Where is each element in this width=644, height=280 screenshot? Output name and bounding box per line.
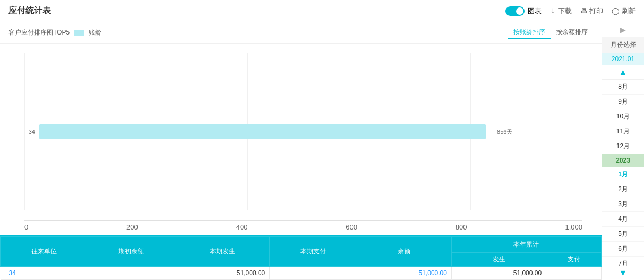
cell-unit[interactable]: 34 bbox=[1, 267, 88, 280]
month-item-8[interactable]: 8月 bbox=[602, 80, 644, 95]
chart-toggle-label: 图表 bbox=[528, 6, 542, 16]
col-header-ytd-occ: 发生 bbox=[451, 253, 546, 267]
table-section: 往来单位 期初余额 本期发生 本期支付 余额 本年累计 发生 支付 bbox=[0, 235, 602, 280]
print-label: 打印 bbox=[589, 6, 603, 16]
download-icon: ⤓ bbox=[550, 7, 556, 15]
bar-y-label-34: 34 bbox=[24, 129, 35, 135]
month-item-1[interactable]: 1月 bbox=[602, 167, 644, 182]
toggle-switch[interactable] bbox=[505, 6, 525, 16]
legend-text: 客户应付排序图TOP5 bbox=[8, 28, 70, 37]
chart-header: 客户应付排序图TOP5 账龄 按账龄排序 按余额排序 bbox=[0, 22, 602, 44]
col-header-unit: 往来单位 bbox=[1, 237, 88, 267]
x-label-600: 600 bbox=[346, 223, 357, 231]
month-item-10[interactable]: 10月 bbox=[602, 109, 644, 124]
legend-box-label: 账龄 bbox=[89, 28, 101, 37]
right-sidebar: ▶ 月份选择 2021.01 ▲ 8月 9月 10月 11月 12月 2023 … bbox=[602, 22, 644, 280]
sort-by-amount-button[interactable]: 按账龄排序 bbox=[508, 27, 551, 39]
month-item-3[interactable]: 3月 bbox=[602, 197, 644, 212]
table-row: 34 51,000.00 51,000.00 51,000.00 bbox=[1, 267, 602, 280]
col-header-ytd-group: 本年累计 bbox=[451, 237, 601, 253]
cell-balance: 51,000.00 bbox=[357, 267, 451, 280]
bar-end-label-34: 856天 bbox=[497, 128, 512, 135]
col-header-opening: 期初余额 bbox=[88, 237, 175, 267]
x-axis: 0 200 400 600 800 1,000 bbox=[24, 220, 582, 231]
sidebar-nav-up-button[interactable]: ▲ bbox=[602, 65, 644, 80]
page-title: 应付统计表 bbox=[8, 5, 51, 16]
x-label-200: 200 bbox=[126, 223, 138, 231]
sidebar-title: 月份选择 bbox=[602, 37, 644, 53]
sidebar-nav-down-button[interactable]: ▼ bbox=[602, 266, 644, 280]
table-header-row: 往来单位 期初余额 本期发生 本期支付 余额 本年累计 bbox=[1, 237, 602, 253]
month-item-4[interactable]: 4月 bbox=[602, 212, 644, 227]
month-item-11[interactable]: 11月 bbox=[602, 124, 644, 139]
print-icon: 🖶 bbox=[580, 7, 587, 15]
cell-ytd-pay bbox=[546, 267, 602, 280]
sidebar-current-month: 2021.01 bbox=[602, 53, 644, 65]
header-actions: 图表 ⤓ 下载 🖶 打印 ◯ 刷新 bbox=[505, 6, 636, 16]
cell-current-occ: 51,000.00 bbox=[175, 267, 270, 280]
chart-body: 34 856天 0 200 400 600 bbox=[0, 44, 602, 235]
table-body: 34 51,000.00 51,000.00 51,000.00 bbox=[1, 267, 602, 280]
grid-line-5 bbox=[582, 53, 582, 210]
x-label-400: 400 bbox=[236, 223, 248, 231]
month-item-5[interactable]: 5月 bbox=[602, 227, 644, 242]
col-header-balance: 余额 bbox=[357, 237, 451, 267]
x-label-800: 800 bbox=[456, 223, 467, 231]
chart-legend: 客户应付排序图TOP5 账龄 bbox=[8, 28, 101, 37]
month-item-12[interactable]: 12月 bbox=[602, 139, 644, 154]
data-table: 往来单位 期初余额 本期发生 本期支付 余额 本年累计 发生 支付 bbox=[0, 236, 602, 280]
toggle-knob bbox=[516, 7, 523, 15]
month-item-6[interactable]: 6月 bbox=[602, 242, 644, 257]
month-item-2[interactable]: 2月 bbox=[602, 182, 644, 197]
bar-fill-34: 856天 bbox=[39, 124, 486, 139]
col-header-ytd-pay: 支付 bbox=[546, 253, 602, 267]
month-list: 8月 9月 10月 11月 12月 2023 1月 2月 3月 4月 5月 6月… bbox=[602, 80, 644, 266]
print-button[interactable]: 🖶 打印 bbox=[580, 6, 603, 16]
month-item-9[interactable]: 9月 bbox=[602, 95, 644, 109]
col-header-current-pay: 本期支付 bbox=[270, 237, 357, 267]
sidebar-expand-button[interactable]: ▶ bbox=[602, 22, 644, 37]
year-marker-2023: 2023 bbox=[602, 154, 644, 167]
download-button[interactable]: ⤓ 下载 bbox=[550, 6, 572, 16]
table-wrapper: 往来单位 期初余额 本期发生 本期支付 余额 本年累计 发生 支付 bbox=[0, 236, 602, 280]
chart-sort-buttons: 按账龄排序 按余额排序 bbox=[508, 27, 593, 39]
cell-current-pay bbox=[270, 267, 357, 280]
refresh-button[interactable]: ◯ 刷新 bbox=[612, 6, 636, 16]
month-item-7[interactable]: 7月 bbox=[602, 257, 644, 266]
chart-toggle[interactable]: 图表 bbox=[505, 6, 542, 16]
refresh-label: 刷新 bbox=[622, 6, 636, 16]
legend-box bbox=[74, 30, 84, 36]
cell-opening-balance bbox=[88, 267, 175, 280]
refresh-icon: ◯ bbox=[612, 7, 620, 15]
col-header-current-occ: 本期发生 bbox=[175, 237, 270, 267]
cell-ytd-occ: 51,000.00 bbox=[451, 267, 546, 280]
x-label-1000: 1,000 bbox=[565, 223, 582, 231]
download-label: 下载 bbox=[558, 6, 572, 16]
x-label-0: 0 bbox=[24, 223, 28, 231]
sort-by-balance-button[interactable]: 按余额排序 bbox=[551, 27, 593, 39]
chart-inner: 34 856天 0 200 400 600 bbox=[8, 48, 593, 231]
